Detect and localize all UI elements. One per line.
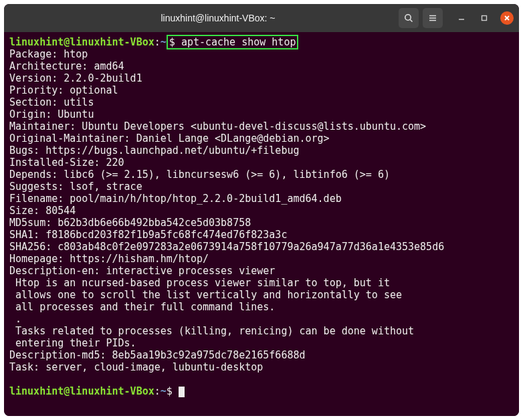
out-package: Package: htop <box>9 48 88 60</box>
close-icon <box>503 14 511 22</box>
close-button[interactable] <box>500 11 514 25</box>
out-desc-l6: entering their PIDs. <box>9 337 136 349</box>
titlebar: linuxhint@linuxhint-VBox: ~ <box>4 4 519 32</box>
search-icon <box>404 13 413 23</box>
command-text: apt-cache show htop <box>181 36 296 48</box>
out-homepage: Homepage: https://hisham.hm/htop/ <box>9 253 209 265</box>
out-description-en: Description-en: interactive processes vi… <box>9 265 275 277</box>
menu-button[interactable] <box>423 8 443 28</box>
out-depends: Depends: libc6 (>= 2.15), libncursesw6 (… <box>9 169 390 181</box>
minimize-icon <box>457 14 465 22</box>
out-original-maintainer: Original-Maintainer: Daniel Lange <DLang… <box>9 132 330 144</box>
out-description-md5: Description-md5: 8eb5aa19b3c92a975dc78e2… <box>9 349 306 361</box>
prompt-colon: : <box>154 36 161 48</box>
prompt2-path: ~ <box>161 385 167 397</box>
hamburger-icon <box>428 13 437 23</box>
svg-line-1 <box>410 19 412 21</box>
window-controls <box>455 11 514 25</box>
out-bugs: Bugs: https://bugs.launchpad.net/ubuntu/… <box>9 144 299 156</box>
out-task: Task: server, cloud-image, lubuntu-deskt… <box>9 361 263 373</box>
out-version: Version: 2.2.0-2build1 <box>9 72 142 84</box>
prompt-dollar: $ <box>169 36 175 48</box>
window-title: linuxhint@linuxhint-VBox: ~ <box>41 13 395 23</box>
prompt2-colon: : <box>154 385 161 397</box>
svg-point-0 <box>405 15 411 20</box>
search-button[interactable] <box>399 8 419 28</box>
prompt2-dollar: $ <box>167 385 173 397</box>
out-sha256: SHA256: c803ab48c0f2e097283a2e0673914a75… <box>9 241 444 253</box>
cursor <box>179 387 185 397</box>
prompt-path: ~ <box>161 36 167 48</box>
out-installed-size: Installed-Size: 220 <box>9 156 124 169</box>
out-maintainer: Maintainer: Ubuntu Developers <ubuntu-de… <box>9 120 426 132</box>
out-architecture: Architecture: amd64 <box>9 60 124 72</box>
svg-rect-6 <box>482 16 487 21</box>
out-size: Size: 80544 <box>9 205 76 217</box>
command-highlight: $ apt-cache show htop <box>167 35 299 49</box>
out-desc-l3: all processes and their full command lin… <box>9 301 275 313</box>
out-suggests: Suggests: lsof, strace <box>9 181 142 193</box>
out-desc-l4: . <box>9 313 21 325</box>
minimize-button[interactable] <box>455 11 468 25</box>
terminal-body[interactable]: linuxhint@linuxhint-VBox:~$ apt-cache sh… <box>4 32 519 416</box>
out-priority: Priority: optional <box>9 84 118 96</box>
terminal-window: linuxhint@linuxhint-VBox: ~ linuxhint@li… <box>4 4 519 416</box>
out-desc-l2: allows one to scroll the list vertically… <box>9 289 402 301</box>
maximize-icon <box>480 14 488 22</box>
out-desc-l5: Tasks related to processes (killing, ren… <box>9 325 414 337</box>
out-sha1: SHA1: f8186bcd203f82f1b9a5fc68fc474ed76f… <box>9 229 287 241</box>
out-origin: Origin: Ubuntu <box>9 108 94 120</box>
out-desc-l1: Htop is an ncursed-based process viewer … <box>9 277 390 289</box>
prompt-user-host: linuxhint@linuxhint-VBox <box>9 36 154 48</box>
out-md5sum: MD5sum: b62b3db6e66b492bba542ce5d03b8758 <box>9 217 251 229</box>
maximize-button[interactable] <box>478 11 491 25</box>
out-section: Section: utils <box>9 96 94 108</box>
out-filename: Filename: pool/main/h/htop/htop_2.2.0-2b… <box>9 193 342 205</box>
prompt2-user-host: linuxhint@linuxhint-VBox <box>9 385 154 397</box>
